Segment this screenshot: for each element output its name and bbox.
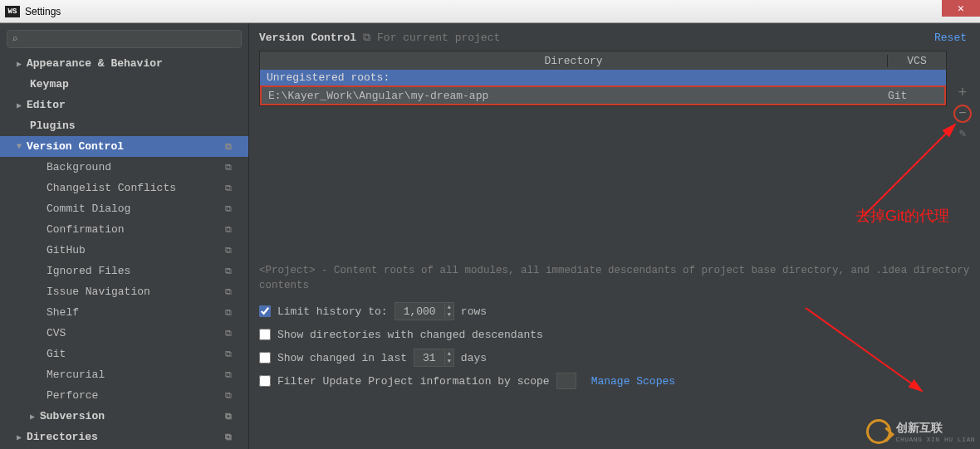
svg-line-0 [864,124,955,216]
limit-history-spinner[interactable]: 1,000 ▲▼ [394,302,454,320]
project-scope-icon: ⧉ [225,204,232,214]
chevron-right-icon: ▶ [17,59,27,69]
vcs-roots-table: Directory VCS Unregistered roots: E:\Kay… [259,51,947,106]
tree-vc-ignored[interactable]: Ignored Files⧉ [0,261,248,281]
project-scope-icon: ⧉ [225,432,232,442]
tree-vc-subversion[interactable]: ▶Subversion⧉ [0,406,248,427]
spinner-down-icon[interactable]: ▼ [445,311,453,319]
tree-vc-background[interactable]: Background⧉ [0,157,248,178]
root-path: E:\Kayer_Work\Angular\my-dream-app [268,90,888,102]
project-scope-icon: ⧉ [225,370,232,380]
watermark-line1: 创新互联 [896,421,975,436]
vcs-root-row[interactable]: E:\Kayer_Work\Angular\my-dream-app Git [260,85,946,105]
unregistered-header: Unregistered roots: [260,70,946,85]
tree-vc-shelf[interactable]: Shelf⧉ [0,302,248,323]
tree-vc-confirmation[interactable]: Confirmation⧉ [0,219,248,240]
tree-vc-git[interactable]: Git⧉ [0,344,248,364]
page-title: Version Control [259,32,356,44]
chevron-right-icon: ▶ [30,412,40,422]
reset-link[interactable]: Reset [934,32,967,44]
limit-history-checkbox[interactable] [259,305,271,317]
filter-scope-label: Filter Update Project information by sco… [277,375,550,388]
project-scope-icon: ⧉ [225,349,232,359]
chevron-right-icon: ▶ [17,100,27,110]
manage-scopes-link[interactable]: Manage Scopes [591,375,675,388]
show-dirs-label: Show directories with changed descendant… [277,329,543,341]
project-scope-icon: ⧉ [225,391,232,401]
chevron-down-icon: ▼ [17,142,27,151]
main-panel: Version Control ⧉ For current project Re… [249,23,980,449]
tree-keymap[interactable]: Keymap [0,74,248,95]
tree-vc-issue-nav[interactable]: Issue Navigation⧉ [0,281,248,302]
tree-directories[interactable]: ▶Directories⧉ [0,427,248,447]
project-scope-icon: ⧉ [225,142,232,152]
project-scope-icon: ⧉ [225,225,232,235]
filter-scope-checkbox[interactable] [259,375,271,387]
chevron-right-icon: ▶ [17,432,27,442]
project-scope-icon: ⧉ [225,266,232,276]
spinner-down-icon[interactable]: ▼ [445,358,453,365]
watermark-icon [866,419,891,444]
breadcrumb: Version Control ⧉ For current project Re… [259,32,970,44]
add-root-button[interactable]: + [958,85,968,101]
tree-vc-mercurial[interactable]: Mercurial⧉ [0,364,248,385]
annotation-text: 去掉Git的代理 [855,206,949,226]
col-vcs: VCS [888,55,946,67]
spinner-up-icon[interactable]: ▲ [445,350,453,358]
scope-combo[interactable] [556,373,576,389]
ws-icon: WS [5,6,20,17]
tree-vc-changelist[interactable]: Changelist Conflicts⧉ [0,178,248,198]
project-scope-icon: ⧉ [225,183,232,193]
tree-editor[interactable]: ▶Editor [0,95,248,115]
watermark-line2: CHUANG XIN HU LIAN [896,436,975,443]
col-directory: Directory [260,55,888,67]
tree-vc-cvs[interactable]: CVS⧉ [0,323,248,344]
project-scope-icon: ⧉ [225,329,232,339]
project-scope-icon: ⧉ [225,163,232,173]
edit-root-button[interactable]: ✎ [959,126,966,140]
page-subtitle: For current project [377,32,500,44]
days-spinner[interactable]: 31 ▲▼ [414,349,454,367]
remove-root-button[interactable]: − [953,105,972,123]
show-changed-checkbox[interactable] [259,352,271,364]
tree-vc-commit[interactable]: Commit Dialog⧉ [0,198,248,219]
show-dirs-checkbox[interactable] [259,329,271,340]
tree-version-control[interactable]: ▼Version Control⧉ [0,136,248,157]
spinner-up-icon[interactable]: ▲ [445,304,453,311]
project-scope-icon: ⧉ [363,32,370,44]
limit-history-suffix: rows [461,305,487,318]
project-scope-icon: ⧉ [225,287,232,297]
root-vcs: Git [888,90,938,102]
close-button[interactable]: ✕ [942,0,980,17]
tree-plugins[interactable]: Plugins [0,115,248,136]
search-icon: ⌕ [12,32,18,46]
project-scope-icon: ⧉ [225,246,232,256]
project-scope-icon: ⧉ [225,308,232,318]
watermark: 创新互联 CHUANG XIN HU LIAN [866,419,975,444]
help-text: <Project> - Content roots of all modules… [259,264,970,293]
settings-sidebar: ⌕ ▶Appearance & Behavior Keymap ▶Editor … [0,23,249,449]
limit-history-label: Limit history to: [277,305,388,318]
show-changed-label: Show changed in last [277,352,407,364]
window-title: Settings [25,6,61,17]
days-suffix: days [461,352,487,364]
settings-tree: ▶Appearance & Behavior Keymap ▶Editor Pl… [0,53,248,447]
titlebar: WS Settings ✕ [0,0,980,23]
tree-vc-perforce[interactable]: Perforce⧉ [0,385,248,406]
project-scope-icon: ⧉ [225,412,232,422]
search-input[interactable] [7,30,242,48]
tree-appearance[interactable]: ▶Appearance & Behavior [0,53,248,74]
tree-vc-github[interactable]: GitHub⧉ [0,240,248,261]
